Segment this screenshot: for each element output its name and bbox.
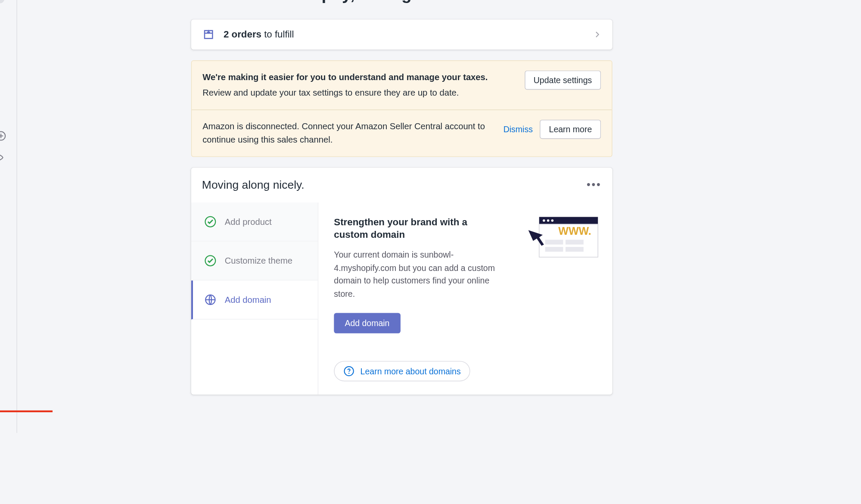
channel-online-store[interactable]: Online Store: [0, 148, 16, 166]
learn-more-button[interactable]: Learn more: [540, 120, 601, 139]
view-all-channels[interactable]: ••• View all channels: [0, 222, 16, 241]
view-store-button[interactable]: [0, 151, 5, 163]
svg-rect-22: [545, 247, 563, 252]
svg-rect-21: [566, 240, 584, 244]
channel-buy-button[interactable]: Buy Button: [0, 167, 16, 185]
nav-customers[interactable]: Customers: [0, 26, 16, 45]
svg-point-15: [543, 219, 545, 222]
learn-domains-link[interactable]: Learn more about domains: [334, 361, 470, 381]
step-add-product[interactable]: Add product: [191, 202, 318, 242]
orders-badge: 2: [0, 0, 5, 3]
question-icon: [344, 366, 354, 376]
step-add-domain[interactable]: Add domain: [191, 280, 318, 320]
svg-rect-23: [566, 247, 584, 252]
fulfill-text: 2 orders to fulfill: [224, 29, 585, 40]
guide-detail: WWW. Strengthen your brand with a custom…: [318, 202, 612, 395]
notices-card: We're making it easier for you to unders…: [191, 60, 612, 157]
notice-body: Amazon is disconnected. Connect your Ama…: [202, 120, 492, 147]
guide-title: Moving along nicely.: [202, 178, 305, 192]
dismiss-link[interactable]: Dismiss: [504, 124, 533, 134]
nav-orders[interactable]: Orders 2: [0, 0, 16, 7]
guide-steps: Add product Customize theme Add domain: [191, 202, 318, 395]
svg-rect-20: [545, 240, 563, 244]
notice-body: Review and update your tax settings to e…: [202, 88, 459, 98]
svg-text:WWW.: WWW.: [558, 225, 591, 237]
main-content: Welcome to Shopify, Change 2 orders to f…: [17, 0, 740, 433]
check-icon: [204, 216, 216, 228]
step-label: Add domain: [225, 295, 271, 304]
chevron-right-icon: [593, 30, 602, 39]
channel-facebook[interactable]: Facebook: [0, 204, 16, 222]
globe-icon: [204, 294, 216, 306]
update-settings-button[interactable]: Update settings: [525, 71, 601, 90]
domain-illustration: WWW.: [528, 212, 600, 261]
add-channel-button[interactable]: [0, 130, 7, 142]
step-customize-theme[interactable]: Customize theme: [191, 242, 318, 281]
notice-amazon: Amazon is disconnected. Connect your Ama…: [192, 109, 612, 156]
nav-products[interactable]: Products: [0, 7, 16, 26]
channel-instagram[interactable]: Instagram: [0, 185, 16, 204]
nav-analytics[interactable]: Analytics: [0, 45, 16, 63]
nav-apps[interactable]: Apps: [0, 100, 16, 119]
nav-discounts[interactable]: Discounts: [0, 82, 16, 100]
more-actions-button[interactable]: •••: [587, 179, 602, 191]
guide-card: Moving along nicely. ••• Add product Cus…: [191, 168, 612, 394]
detail-title: Strengthen your brand with a custom doma…: [334, 216, 502, 242]
channels-heading: SALES CHANNELS: [0, 119, 16, 148]
notice-taxes: We're making it easier for you to unders…: [192, 61, 612, 109]
svg-point-25: [348, 373, 350, 374]
add-domain-button[interactable]: Add domain: [334, 313, 400, 333]
step-label: Customize theme: [225, 256, 292, 265]
check-icon: [204, 255, 216, 267]
sidebar: Home Orders 2 Products Customers Analyti…: [0, 0, 17, 433]
fulfill-card[interactable]: 2 orders to fulfill: [191, 19, 612, 50]
detail-text: Your current domain is sunbowl-4.myshopi…: [334, 249, 502, 301]
fulfill-icon: [202, 28, 215, 41]
page-title: Welcome to Shopify, Change: [191, 0, 612, 4]
svg-point-16: [547, 219, 550, 222]
svg-point-17: [551, 219, 554, 222]
nav-marketing[interactable]: Marketing: [0, 63, 16, 82]
step-label: Add product: [225, 217, 272, 226]
notice-heading: We're making it easier for you to unders…: [202, 71, 514, 84]
